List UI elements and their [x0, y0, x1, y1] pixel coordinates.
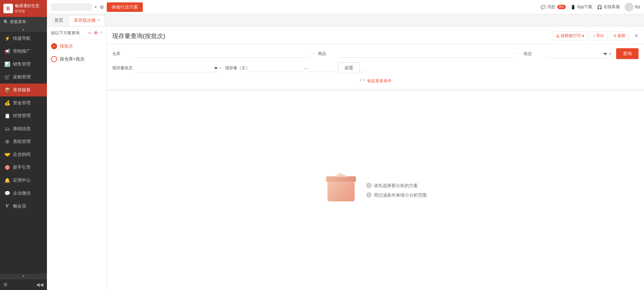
solution-dot-warehouse-batch [51, 56, 57, 62]
settings-btn[interactable]: 设置 [338, 62, 360, 73]
tab-inventory-batch[interactable]: 库存批次账 ✕ [69, 15, 105, 26]
status-dropdown[interactable] [546, 50, 608, 58]
sidebar-item-guide[interactable]: 🎯 新手引导 [0, 161, 47, 174]
tip-text-2: 用过滤条件来缩小分析范围 [374, 192, 427, 198]
solution-dot-batch: ✓ [51, 43, 57, 49]
query-btn[interactable]: 查询 [616, 48, 639, 59]
warehouse-label: 仓库 [112, 51, 133, 57]
search-label: 搜索菜单 [10, 19, 26, 25]
app-download-btn[interactable]: 📱 App下载 [571, 4, 592, 10]
sidebar-item-label: 系统管理 [13, 139, 31, 145]
refresh-btn[interactable]: ↺ 刷新 [610, 31, 629, 40]
sidebar-footer: ⚙ ◀◀ [0, 279, 47, 290]
left-panel: 按以下方案查询 ＋ ⊕ « ✓ 按批次 按仓库+批次 [47, 26, 107, 290]
tip-text-1: 请先选择要分析的方案 [374, 183, 418, 189]
settings-solution-btn[interactable]: ⊕ [94, 30, 98, 36]
operation-icon: 📋 [4, 113, 10, 119]
tip-num-2: 2 [366, 192, 372, 198]
experience-btn[interactable]: 体验行业方案 [107, 2, 143, 12]
enterprise-icon: 🤝 [4, 151, 10, 158]
page-actions: 🖨 按模板打印 ▾ ↑ 导出 ↺ 刷新 ✕ [553, 31, 639, 40]
sidebar-item-label: 基础信息 [13, 126, 31, 132]
purchase-icon: 🛒 [4, 74, 10, 80]
guide-icon: 🎯 [4, 164, 10, 170]
sidebar-search[interactable]: 🔍 搜索菜单 [0, 17, 47, 27]
settings-footer-icon[interactable]: ⚙ [3, 282, 8, 287]
tab-home[interactable]: 首页 [50, 15, 68, 25]
print-btn[interactable]: 🖨 按模板打印 ▾ [553, 31, 587, 40]
page-header: 现存量查询(按批次) 🖨 按模板打印 ▾ ↑ 导出 ↺ 刷新 [107, 26, 644, 44]
refresh-label: 刷新 [617, 33, 626, 39]
app-download-label: App下载 [577, 4, 592, 10]
sidebar-item-wechat[interactable]: 💬 企业微信 [0, 187, 47, 200]
wechat-icon: 💬 [4, 190, 10, 196]
user-avatar [625, 3, 633, 12]
sidebar-item-marketing[interactable]: 📢 营销推广 [0, 45, 47, 58]
warehouse-input[interactable] [135, 50, 308, 58]
goods-input[interactable] [340, 50, 514, 58]
tab-close-btn[interactable]: ✕ [97, 18, 100, 22]
system-icon: ⚙ [4, 139, 10, 145]
sidebar: B 畅康通好生意 标准版 🔍 搜索菜单 ▲ ⚡ 快捷导航 📢 营销推广 📊 销售… [0, 0, 47, 290]
inventory-qty-dash: — [304, 66, 308, 71]
inventory-qty-filter: 现存量（主） — [225, 64, 334, 72]
message-badge: 99+ [557, 5, 566, 9]
customer-service-label: 在线客服 [604, 4, 620, 10]
sidebar-item-system[interactable]: ⚙ 系统管理 [0, 135, 47, 148]
topbar-gear-icon[interactable]: ⚙ [100, 4, 104, 10]
message-btn[interactable]: 💬 消息 99+ [541, 4, 566, 10]
export-label: 导出 [596, 33, 604, 39]
inventory-status-dropdown[interactable] [135, 64, 219, 72]
appcenter-icon: 🔔 [4, 177, 10, 183]
export-icon: ↑ [593, 34, 595, 38]
finance-icon: 💰 [4, 100, 10, 106]
sidebar-item-inventory[interactable]: 📦 库存核算 [0, 84, 47, 96]
page-close-btn[interactable]: ✕ [634, 33, 639, 39]
topbar-search-input[interactable] [51, 3, 92, 11]
sidebar-item-label: 库存核算 [13, 87, 31, 93]
collapse-label: 收起更多条件 [367, 78, 392, 84]
goods-filter: 商品 ··· [318, 50, 520, 58]
collapse-sidebar-btn[interactable]: ◀◀ [36, 282, 44, 287]
inventory-status-label: 现存量状态 [112, 65, 133, 71]
collapse-left-panel-btn[interactable]: « [100, 30, 102, 36]
status-label: 状态 [524, 51, 544, 57]
sidebar-item-shortcut[interactable]: ⚡ 快捷导航 [0, 32, 47, 45]
inv-status-arrow: ▾ [219, 66, 221, 70]
inventory-icon: 📦 [4, 87, 10, 93]
export-btn[interactable]: ↑ 导出 [590, 31, 607, 40]
sidebar-item-enterprise[interactable]: 🤝 企业协同 [0, 148, 47, 161]
sidebar-item-purchase[interactable]: 🛒 采购管理 [0, 71, 47, 84]
inventory-status-filter: 现存量状态 ▾ [112, 64, 221, 72]
page-title: 现存量查询(按批次) [112, 32, 165, 40]
scroll-down-btn[interactable]: ▼ [0, 274, 47, 279]
sidebar-item-appcenter[interactable]: 🔔 应用中心 [0, 174, 47, 187]
sidebar-item-label: 资金管理 [13, 100, 31, 106]
warehouse-dots[interactable]: ··· [309, 51, 314, 57]
sidebar-item-member[interactable]: V 畅会员 [0, 200, 47, 213]
solution-label-batch: 按批次 [60, 43, 73, 49]
collapse-more-btn[interactable]: ⌃⌃ 收起更多条件 [112, 77, 639, 85]
sidebar-item-label: 企业协同 [13, 151, 31, 158]
goods-dots[interactable]: ··· [515, 51, 520, 57]
inventory-qty-min[interactable] [248, 64, 303, 72]
sidebar-item-basic[interactable]: 🗂 基础信息 [0, 122, 47, 135]
sidebar-item-sales[interactable]: 📊 销售管理 [0, 58, 47, 71]
sidebar-item-operation[interactable]: 📋 经营管理 [0, 109, 47, 122]
solution-item-warehouse-batch[interactable]: 按仓库+批次 [47, 53, 106, 66]
solution-item-batch[interactable]: ✓ 按批次 [47, 40, 106, 53]
filter-area: 仓库 ··· 商品 ··· 状态 ▼ [107, 44, 644, 90]
sidebar-item-finance[interactable]: 💰 资金管理 [0, 96, 47, 109]
add-solution-btn[interactable]: ＋ [87, 30, 92, 36]
sales-icon: 📊 [4, 61, 10, 67]
message-label: 消息 [547, 4, 555, 10]
left-panel-header: 按以下方案查询 ＋ ⊕ « [47, 26, 106, 40]
filter-row-2: 现存量状态 ▾ 现存量（主） — 设置 [112, 62, 639, 73]
search-icon: 🔍 [3, 20, 9, 24]
member-icon: V [4, 203, 10, 209]
scroll-up-btn[interactable]: ▲ [0, 27, 47, 32]
main-area: ▾ ⚙ 体验行业方案 💬 消息 99+ 📱 App下载 🎧 在线客服 Rit [47, 0, 644, 290]
user-profile-btn[interactable]: Rit [625, 3, 640, 12]
topbar-dropdown-arrow[interactable]: ▾ [95, 4, 97, 10]
customer-service-btn[interactable]: 🎧 在线客服 [597, 4, 620, 10]
